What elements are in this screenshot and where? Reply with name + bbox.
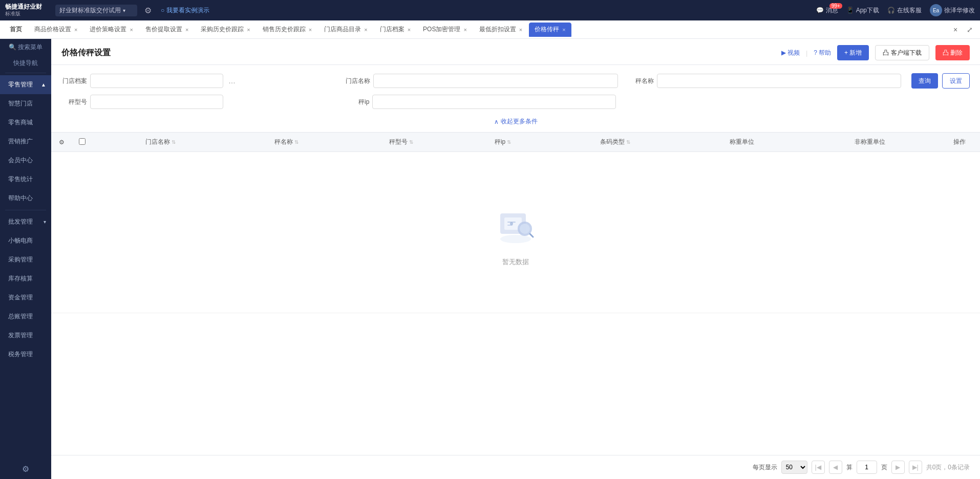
sort-icon: ⇅ — [294, 139, 299, 145]
tab-bar: 首页 商品价格设置 × 进价策略设置 × 售价提取设置 × 采购历史价跟踪 × … — [0, 20, 980, 39]
app-title: 畅捷通好业财 — [5, 3, 42, 10]
tab-sale-extract[interactable]: 售价提取设置 × — [140, 23, 194, 37]
settings-button[interactable]: 设置 — [942, 73, 970, 89]
table-checkbox-header[interactable] — [72, 133, 92, 152]
scale-model-input[interactable] — [90, 95, 223, 109]
page-unit: 页 — [881, 463, 887, 472]
scale-ip-input[interactable] — [372, 95, 615, 109]
chevron-up-icon: ▲ — [41, 82, 46, 88]
table-header-scale-name[interactable]: 秤名称⇅ — [229, 133, 344, 152]
table-header-scale-model[interactable]: 秤型号⇅ — [344, 133, 459, 152]
tab-purchase-history[interactable]: 采购历史价跟踪 × — [195, 23, 255, 37]
query-button[interactable]: 查询 — [911, 73, 938, 89]
sidebar-item-retail-mall[interactable]: 零售商城 — [0, 113, 51, 132]
sort-icon: ⇅ — [507, 139, 511, 145]
collapse-button[interactable]: ∧ 收起更多条件 — [494, 117, 538, 126]
close-icon[interactable]: × — [130, 27, 133, 33]
sidebar-item-purchase[interactable]: 采购管理 — [0, 250, 51, 269]
table-header-store-name[interactable]: 门店名称⇅ — [92, 133, 229, 152]
first-page-button[interactable]: |◀ — [812, 461, 825, 474]
close-icon[interactable]: × — [562, 27, 565, 33]
empty-illustration — [490, 198, 541, 249]
tab-sale-history[interactable]: 销售历史价跟踪 × — [257, 23, 317, 37]
table-header-barcode-type[interactable]: 条码类型⇅ — [547, 133, 684, 152]
empty-text: 暂无数据 — [502, 257, 529, 267]
form-item-scale-model: 秤型号 — [61, 95, 333, 109]
tab-store-archive[interactable]: 门店档案 × — [374, 23, 416, 37]
sidebar-separator — [5, 73, 46, 73]
tab-controls: × ⤢ — [949, 24, 976, 36]
sidebar-search[interactable]: 🔍 搜索菜单 — [0, 39, 51, 56]
sidebar-item-finance[interactable]: 资金管理 — [0, 288, 51, 307]
svg-line-5 — [530, 234, 533, 237]
download-button[interactable]: 凸 客户端下载 — [875, 45, 929, 60]
close-icon[interactable]: × — [364, 27, 367, 33]
tab-product-price[interactable]: 商品价格设置 × — [29, 23, 83, 37]
sidebar-item-smart-store[interactable]: 智慧门店 — [0, 94, 51, 113]
close-icon[interactable]: × — [519, 27, 522, 33]
empty-state: 暂无数据 — [55, 157, 976, 308]
sidebar-item-member[interactable]: 会员中心 — [0, 151, 51, 170]
tab-min-discount[interactable]: 最低折扣设置 × — [474, 23, 528, 37]
table-header-scale-ip[interactable]: 秤ip⇅ — [459, 133, 547, 152]
scale-name-input[interactable] — [657, 74, 901, 88]
prev-page-button[interactable]: ◀ — [829, 461, 842, 474]
gear-icon: ⚙ — [59, 139, 65, 146]
store-name-input[interactable] — [373, 74, 617, 88]
close-icon[interactable]: × — [74, 27, 77, 33]
close-icon[interactable]: × — [309, 27, 312, 33]
current-page-label: 算 — [846, 463, 853, 472]
sidebar-item-invoice[interactable]: 发票管理 — [0, 326, 51, 345]
last-page-button[interactable]: ▶| — [909, 461, 922, 474]
select-all-checkbox[interactable] — [79, 138, 86, 145]
version-selector[interactable]: 好业财标准版交付试用 ▾ — [55, 5, 137, 16]
next-page-button[interactable]: ▶ — [891, 461, 905, 474]
demo-link[interactable]: ○ 我要看实例演示 — [161, 6, 209, 15]
play-icon: ▶ — [781, 49, 786, 56]
svg-rect-8 — [507, 225, 513, 226]
video-link[interactable]: ▶ 视频 — [781, 49, 800, 57]
tab-store-catalog[interactable]: 门店商品目录 × — [318, 23, 373, 37]
sidebar-item-ecommerce[interactable]: 小畅电商 — [0, 231, 51, 250]
app-download-button[interactable]: 📱 App下载 — [846, 6, 879, 15]
close-icon[interactable]: × — [247, 27, 250, 33]
app-subtitle: 标准版 — [5, 10, 20, 17]
settings-icon[interactable]: ⚙ — [141, 5, 155, 16]
scale-model-label: 秤型号 — [61, 98, 87, 106]
close-icon[interactable]: × — [463, 27, 466, 33]
sidebar-quick-nav[interactable]: 快捷导航 — [0, 56, 51, 71]
add-button[interactable]: + 新增 — [837, 45, 869, 60]
sidebar-item-marketing[interactable]: 营销推广 — [0, 132, 51, 151]
user-menu[interactable]: Ea 徐泽华修改 — [930, 4, 975, 16]
page-actions: ▶ 视频 | ? 帮助 + 新增 凸 客户端下载 凸 删除 — [781, 45, 970, 60]
tab-home[interactable]: 首页 — [4, 23, 28, 37]
help-icon: ? — [814, 49, 817, 56]
delete-button[interactable]: 凸 删除 — [935, 45, 970, 60]
download-icon: 📱 — [846, 7, 854, 14]
message-button[interactable]: 💬 消息 99+ — [816, 6, 838, 15]
online-service-button[interactable]: 🎧 在线客服 — [887, 6, 922, 15]
tab-pos-manage[interactable]: POS加密管理 × — [417, 23, 473, 37]
tab-price-scale[interactable]: 价格传秤 × — [529, 23, 571, 37]
scale-ip-label: 秤ip — [344, 98, 369, 106]
sidebar-item-retail-stats[interactable]: 零售统计 — [0, 170, 51, 189]
sidebar-item-retail[interactable]: 零售管理 ▲ — [0, 75, 51, 94]
tab-purchase-strategy[interactable]: 进价策略设置 × — [84, 23, 138, 37]
close-icon[interactable]: × — [408, 27, 411, 33]
close-tab-button[interactable]: × — [949, 24, 962, 36]
maximize-tab-button[interactable]: ⤢ — [964, 24, 976, 36]
per-page-select[interactable]: 10 20 50 100 — [781, 461, 807, 474]
sidebar-item-wholesale[interactable]: 批发管理 ▾ — [0, 212, 51, 231]
sidebar-item-tax[interactable]: 税务管理 — [0, 345, 51, 364]
svg-rect-7 — [507, 222, 516, 223]
store-archive-input[interactable] — [90, 74, 223, 88]
sidebar-item-inventory[interactable]: 库存核算 — [0, 269, 51, 288]
sidebar-item-help-center[interactable]: 帮助中心 — [0, 189, 51, 208]
close-icon[interactable]: × — [185, 27, 188, 33]
page-number-input[interactable]: 1 — [857, 461, 877, 474]
table-gear-header[interactable]: ⚙ — [51, 133, 72, 152]
gear-icon[interactable]: ⚙ — [22, 465, 29, 473]
sidebar-item-ledger[interactable]: 总账管理 — [0, 307, 51, 326]
more-options-icon[interactable]: … — [228, 77, 236, 85]
help-link[interactable]: ? 帮助 — [814, 49, 831, 57]
